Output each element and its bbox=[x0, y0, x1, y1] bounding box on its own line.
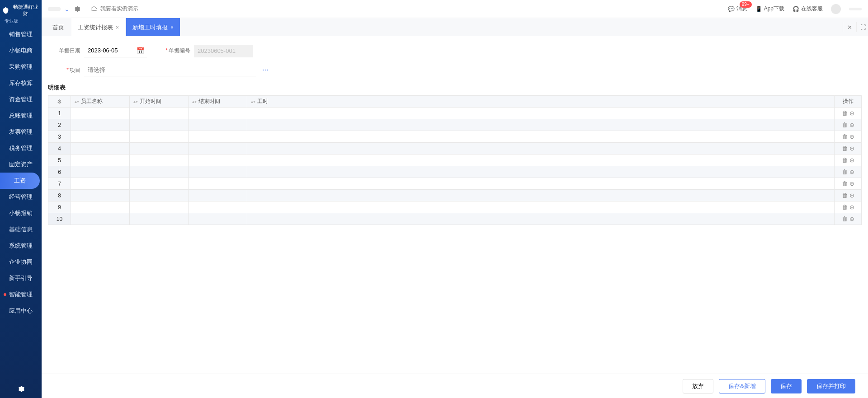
calendar-icon[interactable]: 📅 bbox=[134, 47, 147, 54]
header-hours[interactable]: ▴▾工时 bbox=[247, 96, 835, 108]
cell[interactable] bbox=[189, 131, 247, 143]
sidebar-item[interactable]: 库存核算 bbox=[0, 75, 42, 91]
delete-row-icon[interactable]: 🗑 bbox=[842, 204, 848, 211]
cell[interactable] bbox=[71, 178, 130, 190]
cell[interactable] bbox=[130, 108, 189, 119]
header-employee[interactable]: ▴▾员工名称 bbox=[71, 96, 130, 108]
chevron-down-icon[interactable]: ⌄ bbox=[64, 5, 70, 13]
online-service-button[interactable]: 🎧 在线客服 bbox=[793, 5, 823, 13]
delete-row-icon[interactable]: 🗑 bbox=[842, 145, 848, 152]
add-row-icon[interactable]: ⊕ bbox=[849, 180, 854, 187]
message-button[interactable]: 💬 消息 99+ bbox=[728, 5, 747, 13]
tab[interactable]: 首页 bbox=[46, 18, 71, 36]
cell[interactable] bbox=[247, 155, 835, 166]
sidebar-item[interactable]: 基础信息 bbox=[0, 221, 42, 238]
sidebar-item[interactable]: 应用中心 bbox=[0, 303, 42, 319]
add-row-icon[interactable]: ⊕ bbox=[849, 145, 854, 152]
add-row-icon[interactable]: ⊕ bbox=[849, 169, 854, 175]
cell[interactable] bbox=[130, 201, 189, 213]
cell[interactable] bbox=[247, 119, 835, 131]
tab[interactable]: 新增工时填报× bbox=[126, 18, 180, 36]
delete-row-icon[interactable]: 🗑 bbox=[842, 169, 848, 175]
cell[interactable] bbox=[189, 190, 247, 201]
cell[interactable] bbox=[189, 119, 247, 131]
delete-row-icon[interactable]: 🗑 bbox=[842, 133, 848, 140]
sidebar-item[interactable]: 工资 bbox=[0, 173, 40, 189]
cell[interactable] bbox=[189, 213, 247, 225]
delete-row-icon[interactable]: 🗑 bbox=[842, 215, 848, 222]
header-gear[interactable]: ⚙ bbox=[48, 96, 71, 108]
sidebar-item[interactable]: 经营管理 bbox=[0, 189, 42, 205]
close-icon[interactable]: × bbox=[170, 24, 174, 31]
cell[interactable] bbox=[71, 108, 130, 119]
cell[interactable] bbox=[189, 155, 247, 166]
cell[interactable] bbox=[71, 143, 130, 155]
cell[interactable] bbox=[71, 155, 130, 166]
fullscreen-icon[interactable]: ⛶ bbox=[856, 22, 866, 32]
org-settings-icon[interactable] bbox=[73, 5, 80, 13]
add-row-icon[interactable]: ⊕ bbox=[849, 204, 854, 211]
sidebar-item[interactable]: 税务管理 bbox=[0, 140, 42, 156]
cell[interactable] bbox=[130, 131, 189, 143]
delete-row-icon[interactable]: 🗑 bbox=[842, 192, 848, 199]
sidebar-item[interactable]: 固定资产 bbox=[0, 156, 42, 173]
cell[interactable] bbox=[130, 190, 189, 201]
add-row-icon[interactable]: ⊕ bbox=[849, 192, 854, 199]
cell[interactable] bbox=[189, 108, 247, 119]
cell[interactable] bbox=[71, 190, 130, 201]
more-icon[interactable]: ⋯ bbox=[262, 66, 269, 74]
user-name[interactable] bbox=[849, 8, 862, 10]
cell[interactable] bbox=[130, 143, 189, 155]
add-row-icon[interactable]: ⊕ bbox=[849, 215, 854, 222]
cell[interactable] bbox=[189, 166, 247, 178]
close-all-tabs-icon[interactable]: ✕ bbox=[843, 22, 853, 32]
cell[interactable] bbox=[247, 166, 835, 178]
cell[interactable] bbox=[247, 213, 835, 225]
save-button[interactable]: 保存 bbox=[771, 379, 802, 393]
cell[interactable] bbox=[247, 190, 835, 201]
sidebar-item[interactable]: 资金管理 bbox=[0, 91, 42, 108]
tab[interactable]: 工资统计报表× bbox=[71, 18, 125, 36]
delete-row-icon[interactable]: 🗑 bbox=[842, 180, 848, 187]
sidebar-item[interactable]: 发票管理 bbox=[0, 124, 42, 140]
delete-row-icon[interactable]: 🗑 bbox=[842, 122, 848, 128]
cell[interactable] bbox=[189, 201, 247, 213]
discard-button[interactable]: 放弃 bbox=[683, 379, 713, 393]
cell[interactable] bbox=[247, 131, 835, 143]
cell[interactable] bbox=[130, 213, 189, 225]
add-row-icon[interactable]: ⊕ bbox=[849, 157, 854, 164]
cell[interactable] bbox=[130, 155, 189, 166]
cell[interactable] bbox=[189, 178, 247, 190]
date-input[interactable] bbox=[84, 44, 134, 57]
cell[interactable] bbox=[247, 108, 835, 119]
cell[interactable] bbox=[71, 166, 130, 178]
header-end[interactable]: ▴▾结束时间 bbox=[189, 96, 247, 108]
cell[interactable] bbox=[247, 201, 835, 213]
sidebar-item[interactable]: 新手引导 bbox=[0, 270, 42, 286]
demo-link[interactable]: 我要看实例演示 bbox=[90, 5, 138, 13]
cell[interactable] bbox=[71, 119, 130, 131]
sidebar-item[interactable]: 小畅报销 bbox=[0, 205, 42, 221]
add-row-icon[interactable]: ⊕ bbox=[849, 122, 854, 128]
add-row-icon[interactable]: ⊕ bbox=[849, 133, 854, 140]
sidebar-settings[interactable] bbox=[0, 380, 42, 398]
sidebar-item[interactable]: 企业协同 bbox=[0, 254, 42, 270]
cell[interactable] bbox=[71, 201, 130, 213]
cell[interactable] bbox=[130, 166, 189, 178]
cell[interactable] bbox=[189, 143, 247, 155]
sidebar-item[interactable]: 销售管理 bbox=[0, 26, 42, 42]
cell[interactable] bbox=[130, 119, 189, 131]
sidebar-item[interactable]: 小畅电商 bbox=[0, 42, 42, 59]
header-start[interactable]: ▴▾开始时间 bbox=[130, 96, 189, 108]
delete-row-icon[interactable]: 🗑 bbox=[842, 157, 848, 164]
save-print-button[interactable]: 保存并打印 bbox=[807, 379, 855, 393]
close-icon[interactable]: × bbox=[116, 24, 119, 31]
app-download-button[interactable]: 📱 App下载 bbox=[755, 5, 784, 13]
sidebar-item[interactable]: 系统管理 bbox=[0, 238, 42, 254]
sidebar-item[interactable]: 智能管理 bbox=[0, 286, 42, 303]
cell[interactable] bbox=[130, 178, 189, 190]
avatar[interactable] bbox=[831, 4, 841, 14]
cell[interactable] bbox=[71, 131, 130, 143]
cell[interactable] bbox=[247, 143, 835, 155]
add-row-icon[interactable]: ⊕ bbox=[849, 110, 854, 117]
